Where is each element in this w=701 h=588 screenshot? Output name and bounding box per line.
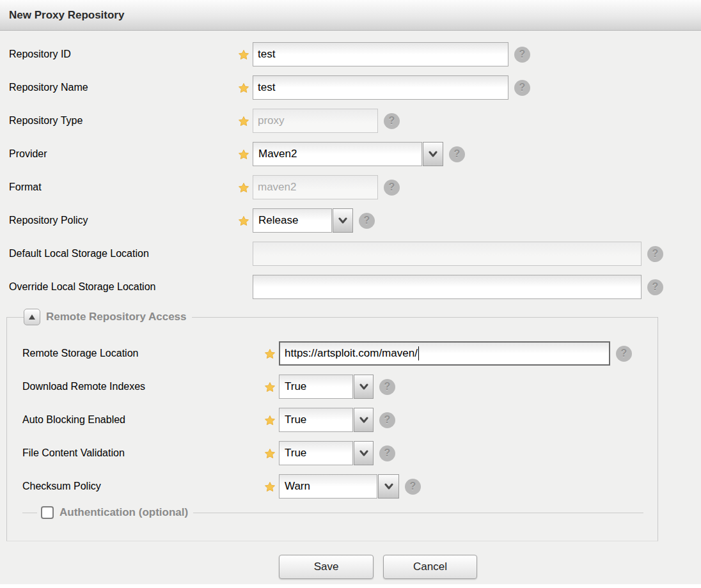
format-row: Format maven2 ? xyxy=(0,171,701,204)
required-star-icon xyxy=(261,382,279,392)
file-content-validation-label: File Content Validation xyxy=(7,447,261,459)
fieldset-title: Remote Repository Access xyxy=(40,311,192,323)
help-icon[interactable]: ? xyxy=(514,47,530,63)
file-content-validation-row: File Content Validation True ? xyxy=(7,437,658,470)
repository-policy-selected-value[interactable]: Release xyxy=(253,208,332,233)
required-star-icon xyxy=(235,50,253,59)
provider-dropdown-button[interactable] xyxy=(423,142,443,166)
help-icon[interactable]: ? xyxy=(379,412,395,428)
repository-policy-select[interactable]: Release xyxy=(253,208,353,233)
remote-storage-location-input[interactable]: https://artsploit.com/maven/ xyxy=(279,341,610,366)
checksum-policy-dropdown-button[interactable] xyxy=(378,474,399,499)
repository-type-label: Repository Type xyxy=(0,115,235,127)
triangle-up-icon xyxy=(29,314,35,320)
cancel-button[interactable]: Cancel xyxy=(383,555,477,579)
required-star-icon xyxy=(235,83,253,93)
remote-repository-access-fieldset: Remote Repository Access Remote Storage … xyxy=(6,317,658,541)
remote-storage-location-label: Remote Storage Location xyxy=(7,348,261,359)
chevron-down-icon xyxy=(359,383,368,390)
required-star-icon xyxy=(235,116,253,126)
chevron-down-icon xyxy=(359,450,368,456)
auto-blocking-enabled-selected-value[interactable]: True xyxy=(279,408,353,432)
provider-label: Provider xyxy=(0,148,235,160)
required-star-icon xyxy=(261,482,279,491)
auto-blocking-enabled-dropdown-button[interactable] xyxy=(354,408,374,432)
button-bar: Save Cancel xyxy=(0,541,701,584)
repository-type-value: proxy xyxy=(258,114,285,127)
form-body: Repository ID ? Repository Name ? Reposi… xyxy=(0,31,701,541)
repository-type-row: Repository Type proxy ? xyxy=(0,104,701,137)
repository-policy-dropdown-button[interactable] xyxy=(333,208,353,233)
bottom-strip xyxy=(0,584,701,588)
repository-policy-label: Repository Policy xyxy=(0,215,235,226)
save-button[interactable]: Save xyxy=(279,555,374,579)
file-content-validation-selected-value[interactable]: True xyxy=(279,441,353,465)
chevron-down-icon xyxy=(384,483,393,490)
help-icon[interactable]: ? xyxy=(359,213,375,229)
auto-blocking-enabled-select[interactable]: True xyxy=(279,408,374,432)
default-local-storage-label: Default Local Storage Location xyxy=(0,248,235,259)
download-remote-indexes-label: Download Remote Indexes xyxy=(7,381,261,392)
provider-selected-value[interactable]: Maven2 xyxy=(253,142,422,166)
repository-name-row: Repository Name ? xyxy=(0,71,701,104)
repository-policy-row: Repository Policy Release ? xyxy=(0,204,701,237)
required-star-icon xyxy=(235,216,253,226)
required-star-icon xyxy=(261,449,279,458)
repository-type-input: proxy xyxy=(253,109,378,133)
help-icon[interactable]: ? xyxy=(647,279,663,295)
repository-name-label: Repository Name xyxy=(0,82,235,93)
remote-storage-location-value: https://artsploit.com/maven/ xyxy=(285,347,418,360)
checksum-policy-label: Checksum Policy xyxy=(7,481,261,492)
remote-repository-access-legend: Remote Repository Access xyxy=(7,309,658,325)
help-icon[interactable]: ? xyxy=(616,346,632,362)
help-icon[interactable]: ? xyxy=(379,445,395,461)
chevron-down-icon xyxy=(338,217,347,224)
download-remote-indexes-selected-value[interactable]: True xyxy=(279,375,353,399)
format-value: maven2 xyxy=(258,181,296,194)
authentication-legend: Authentication (optional) xyxy=(7,503,658,522)
download-remote-indexes-dropdown-button[interactable] xyxy=(354,375,374,399)
help-icon[interactable]: ? xyxy=(379,379,395,395)
required-star-icon xyxy=(261,349,279,359)
authentication-title: Authentication (optional) xyxy=(54,506,193,519)
default-local-storage-input xyxy=(253,242,642,266)
repository-id-input[interactable] xyxy=(253,42,508,66)
download-remote-indexes-select[interactable]: True xyxy=(279,375,374,399)
remote-storage-location-row: Remote Storage Location https://artsploi… xyxy=(7,337,658,370)
auto-blocking-enabled-row: Auto Blocking Enabled True ? xyxy=(7,403,658,437)
override-local-storage-input[interactable] xyxy=(253,275,642,299)
chevron-down-icon xyxy=(429,151,437,157)
required-star-icon xyxy=(235,150,253,159)
download-remote-indexes-row: Download Remote Indexes True ? xyxy=(7,370,658,403)
collapse-fieldset-button[interactable] xyxy=(24,309,40,325)
checksum-policy-selected-value[interactable]: Warn xyxy=(279,474,377,499)
auto-blocking-enabled-label: Auto Blocking Enabled xyxy=(7,414,261,426)
authentication-checkbox[interactable] xyxy=(41,506,54,519)
chevron-down-icon xyxy=(359,417,368,423)
provider-select[interactable]: Maven2 xyxy=(253,142,443,166)
help-icon[interactable]: ? xyxy=(449,146,465,162)
repository-name-input[interactable] xyxy=(253,75,508,100)
provider-row: Provider Maven2 ? xyxy=(0,137,701,171)
format-input: maven2 xyxy=(253,175,378,199)
help-icon[interactable]: ? xyxy=(405,479,421,495)
help-icon[interactable]: ? xyxy=(514,80,530,96)
help-icon[interactable]: ? xyxy=(647,246,663,262)
required-star-icon xyxy=(261,415,279,425)
required-star-icon xyxy=(235,183,253,192)
checksum-policy-select[interactable]: Warn xyxy=(279,474,399,499)
default-local-storage-row: Default Local Storage Location ? xyxy=(0,237,701,270)
page-title: New Proxy Repository xyxy=(9,9,124,22)
help-icon[interactable]: ? xyxy=(384,180,400,196)
file-content-validation-dropdown-button[interactable] xyxy=(354,441,374,465)
file-content-validation-select[interactable]: True xyxy=(279,441,374,465)
help-icon[interactable]: ? xyxy=(384,113,400,129)
repository-id-label: Repository ID xyxy=(0,49,235,60)
new-proxy-repository-panel: New Proxy Repository Repository ID ? Rep… xyxy=(0,0,701,588)
panel-header: New Proxy Repository xyxy=(0,0,701,31)
text-cursor xyxy=(418,346,419,360)
checksum-policy-row: Checksum Policy Warn ? xyxy=(7,470,658,503)
repository-id-row: Repository ID ? xyxy=(0,38,701,71)
format-label: Format xyxy=(0,182,235,193)
override-local-storage-label: Override Local Storage Location xyxy=(0,281,235,293)
